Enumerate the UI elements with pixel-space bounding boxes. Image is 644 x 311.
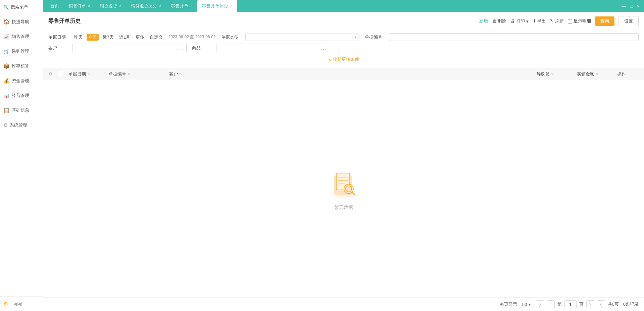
customer-dots: ...	[177, 45, 184, 51]
pagination: 每页显示 50 ▾ ⟨⟨ ﹤ 第 1 页 ﹥ ⟩⟩ 共0页，0条记录	[43, 297, 644, 311]
doc-type-label: 单据类型	[221, 34, 240, 40]
tab-sales-order[interactable]: 销售订单 ×	[64, 0, 95, 12]
tab-sales-return-close[interactable]: ×	[119, 4, 121, 8]
sidebar-search[interactable]: 🔍 搜索采单	[0, 0, 43, 14]
date-opt-1month[interactable]: 近1月	[118, 34, 132, 41]
finance-icon: 💰	[3, 78, 10, 84]
sidebar-item-label: 基础信息	[12, 107, 29, 113]
tab-retail-open-history-close[interactable]: ×	[230, 4, 233, 8]
sidebar-item-label: 经营管理	[12, 93, 29, 99]
tab-retail-open[interactable]: 零售开单 ×	[166, 0, 197, 12]
doc-sn-input[interactable]	[389, 33, 639, 41]
sidebar-item-label: 库存核算	[12, 63, 29, 69]
minimize-button[interactable]: —	[622, 4, 626, 9]
th-date-sort: ⇅	[87, 72, 90, 76]
operations-icon: 📊	[3, 93, 10, 99]
sidebar-gear-button[interactable]: ⚙	[3, 301, 8, 307]
tab-retail-open-label: 零售开单	[171, 3, 188, 9]
next-page-button[interactable]: ﹥	[586, 300, 594, 308]
delete-button[interactable]: 🗑 删除	[492, 18, 507, 24]
th-amount[interactable]: 实销金额 ⇅	[574, 71, 614, 77]
date-opt-more[interactable]: 更多	[134, 34, 146, 41]
sidebar-item-quick-nav[interactable]: 🏠 快捷导航	[0, 14, 43, 29]
sys-icon: ⚙	[3, 122, 8, 128]
page-number-input[interactable]: 1	[564, 300, 577, 308]
first-page-button[interactable]: ⟨⟨	[536, 300, 544, 308]
customer-input[interactable]: ...	[72, 44, 187, 52]
tab-retail-open-history-label: 零售开单历史	[202, 3, 228, 9]
sidebar-item-finance[interactable]: 💰 资金管理	[0, 73, 43, 88]
main-area: 首页 销售订单 × 销货退货 × 销货退货历史 × 零售开单 × 零售开单历史 …	[43, 0, 644, 311]
maximize-button[interactable]: □	[630, 4, 633, 9]
sidebar-collapse-button[interactable]: ◀◀	[13, 301, 21, 307]
table-header: ⚙ 单据日期 ⇅ 单据编号 ⇅ 客户 ⇅ 导购员 ⇅	[43, 68, 644, 80]
query-button[interactable]: 查询	[595, 16, 614, 26]
prev-page-button[interactable]: ﹤	[547, 300, 555, 308]
empty-area: 暂无数据	[43, 80, 644, 297]
export-label: ⬆ 导出	[533, 18, 546, 24]
export-button[interactable]: ⬆ 导出	[533, 18, 546, 24]
page-size-select[interactable]: 50 ▾	[520, 301, 533, 308]
th-guide[interactable]: 导购员 ⇅	[534, 71, 574, 77]
sidebar-item-inventory[interactable]: 📦 库存核算	[0, 59, 43, 73]
select-all-checkbox[interactable]	[59, 72, 63, 76]
tab-sales-return[interactable]: 销货退货 ×	[95, 0, 126, 12]
th-sn-label: 单据编号	[109, 71, 126, 77]
tab-sales-order-label: 销售订单	[68, 3, 86, 9]
tab-sales-order-close[interactable]: ×	[88, 4, 90, 8]
tab-retail-open-close[interactable]: ×	[190, 4, 193, 8]
print-button[interactable]: 🖨 打印 ▾	[510, 18, 529, 24]
th-date[interactable]: 单据日期 ⇅	[66, 71, 106, 77]
tab-sales-return-history-close[interactable]: ×	[159, 4, 161, 8]
date-opt-today[interactable]: 今天	[87, 34, 99, 41]
display-detail-label: 显示明细	[574, 18, 591, 24]
th-customer-label: 客户	[169, 71, 178, 77]
tab-retail-open-history[interactable]: 零售开单历史 ×	[197, 0, 237, 12]
doc-type-select[interactable]: ▾	[245, 34, 359, 41]
tab-sales-return-history-label: 销货退货历史	[131, 3, 157, 9]
date-opt-yesterday[interactable]: 昨天	[72, 34, 84, 41]
empty-icon	[327, 167, 360, 201]
home-icon: 🏠	[3, 19, 10, 25]
th-customer-sort: ⇅	[179, 72, 182, 76]
table-settings-button[interactable]: ⚙	[46, 71, 56, 76]
th-amount-label: 实销金额	[577, 71, 594, 77]
page-size-label: 每页显示	[500, 301, 517, 307]
sidebar-item-label: 系统管理	[10, 122, 27, 128]
date-opt-custom[interactable]: 自定义	[148, 34, 164, 41]
th-sn[interactable]: 单据编号 ⇅	[106, 71, 166, 77]
product-input[interactable]: ...	[216, 44, 330, 52]
display-detail-checkbox-wrap[interactable]: 显示明细	[568, 18, 591, 24]
add-button[interactable]: + 新增	[476, 18, 488, 24]
last-page-button[interactable]: ⟩⟩	[597, 300, 605, 308]
date-opt-7days[interactable]: 近7天	[101, 34, 115, 41]
sidebar-item-label: 采购管理	[12, 48, 29, 54]
setting-button[interactable]: 设置	[618, 16, 639, 26]
refresh-button[interactable]: ↻ 刷新	[550, 18, 564, 24]
doc-sn-label: 单据编号	[365, 34, 384, 40]
th-amount-sort: ⇅	[596, 72, 598, 76]
sidebar-item-sys-mgmt[interactable]: ⚙ 系统管理	[0, 118, 43, 133]
print-label: 🖨 打印	[510, 18, 525, 24]
sidebar-item-basic-info[interactable]: 📋 基础信息	[0, 103, 43, 118]
tab-sales-return-history[interactable]: 销货退货历史 ×	[126, 0, 166, 12]
tab-sales-return-label: 销货退货	[100, 3, 117, 9]
date-filter-label: 单据日期	[48, 34, 67, 40]
sidebar-item-operations[interactable]: 📊 经营管理	[0, 88, 43, 103]
sidebar-item-purchase-mgmt[interactable]: 🛒 采购管理	[0, 44, 43, 59]
sidebar: 🔍 搜索采单 🏠 快捷导航 📈 销售管理 🛒 采购管理 📦 库存核算 💰 资金管…	[0, 0, 43, 311]
display-detail-checkbox[interactable]	[568, 19, 572, 23]
collapse-arrow-icon: ∧	[328, 57, 332, 62]
page-label: 页	[579, 301, 584, 307]
th-customer[interactable]: 客户 ⇅	[166, 71, 534, 77]
inventory-icon: 📦	[3, 63, 10, 69]
th-action: 操作	[614, 71, 641, 77]
tab-home[interactable]: 首页	[46, 0, 64, 12]
total-info: 共0页，0条记录	[608, 301, 639, 307]
close-window-button[interactable]: ×	[637, 4, 639, 9]
page-word: 第	[557, 301, 562, 307]
table-select-all[interactable]	[56, 72, 66, 76]
collapse-more-button[interactable]: ∧ 收起更多条件	[48, 55, 639, 64]
sidebar-item-sales-mgmt[interactable]: 📈 销售管理	[0, 29, 43, 44]
refresh-label: ↻ 刷新	[550, 18, 564, 24]
